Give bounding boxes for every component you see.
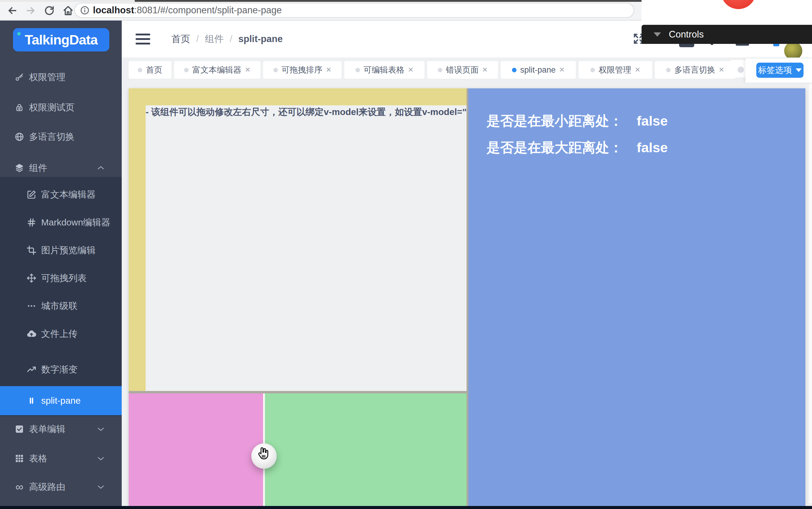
sidebar-item-split-pane[interactable]: split-pane — [0, 386, 122, 415]
infinity-icon: ∞ — [14, 481, 25, 493]
hand-cursor-icon — [255, 446, 271, 462]
split-pane-horizontal-divider[interactable] — [129, 391, 466, 394]
trending-up-icon — [26, 364, 37, 375]
window-edge-left — [0, 0, 135, 2]
sidebar-item-markdown-editor[interactable]: Markdown编辑器 — [0, 209, 122, 236]
nested-split-left-pane — [129, 394, 263, 506]
nested-split-right-pane — [265, 394, 466, 506]
sidebar-collapse-button[interactable] — [136, 34, 150, 44]
controls-panel-preview — [642, 0, 812, 25]
sidebar-submenu-components: 富文本编辑器 Markdown编辑器 图片预览编辑 可拖拽列表 — [0, 177, 122, 416]
sidebar-item-file-upload[interactable]: 文件上传 — [0, 320, 122, 347]
layers-icon — [14, 163, 25, 173]
crop-icon — [26, 245, 37, 256]
close-icon[interactable]: × — [408, 65, 414, 74]
home-button[interactable] — [62, 4, 74, 17]
sidebar-item-language-switch[interactable]: 多语言切换 — [0, 128, 122, 146]
scrollbar-track[interactable] — [809, 84, 812, 503]
sidebar-item-draggable-list[interactable]: 可拖拽列表 — [0, 265, 122, 292]
table-icon — [14, 453, 25, 464]
sidebar-item-form-edit[interactable]: 表单编辑 — [0, 420, 122, 438]
status-line: 是否是在最小距离处： false — [487, 108, 805, 134]
split-pane-left-doc: - 该组件可以拖动修改左右尺寸，还可以绑定v-model来设置，如设置v-mod… — [129, 88, 466, 391]
forward-button[interactable] — [24, 4, 37, 17]
main-area: 首页 富文本编辑器 × 可拖拽排序 × 可编辑表格 × 错误页面 × — [122, 58, 812, 506]
tab-dot — [666, 68, 671, 72]
cloud-upload-icon — [26, 328, 37, 339]
chevron-down-icon — [96, 425, 105, 434]
tab-partial[interactable] — [730, 60, 745, 77]
sidebar-item-components[interactable]: 组件 — [0, 159, 122, 177]
tab-error-page[interactable]: 错误页面 × — [427, 61, 498, 79]
back-icon — [7, 5, 18, 16]
tab-dot — [590, 68, 595, 72]
close-icon[interactable]: × — [482, 65, 488, 74]
chevron-down-icon — [96, 454, 105, 463]
back-button[interactable] — [6, 4, 19, 17]
collapse-caret-icon — [654, 32, 661, 37]
breadcrumb-components: 组件 — [205, 33, 224, 45]
sidebar-item-permission-management[interactable]: 权限管理 — [0, 68, 122, 86]
globe-icon — [14, 131, 25, 142]
logo-dot-icon — [17, 32, 21, 35]
tag-options-button[interactable]: 标签选项 — [756, 63, 804, 78]
tab-drag-sort[interactable]: 可拖拽排序 × — [263, 61, 342, 79]
chevron-down-icon — [96, 482, 105, 491]
refresh-button[interactable] — [43, 4, 56, 17]
refresh-icon — [43, 5, 55, 16]
split-pane-right-status: 是否是在最小距离处： false 是否是在最大距离处： false — [468, 88, 805, 506]
controls-panel-header[interactable]: Controls — [642, 25, 812, 44]
tab-dot — [738, 67, 744, 73]
breadcrumb: 首页 / 组件 / split-pane — [171, 21, 283, 58]
tab-editable-table[interactable]: 可编辑表格 × — [344, 61, 424, 79]
tab-dot-active — [512, 68, 517, 72]
tab-bar: 首页 富文本编辑器 × 可拖拽排序 × 可编辑表格 × 错误页面 × — [129, 61, 736, 79]
move-icon — [26, 273, 37, 283]
sidebar-item-number-gradient[interactable]: 数字渐变 — [0, 356, 122, 383]
tab-rich-text-editor[interactable]: 富文本编辑器 × — [174, 61, 260, 79]
tab-dot — [184, 68, 189, 72]
bottom-edge-strip — [0, 506, 812, 509]
tab-home[interactable]: 首页 — [129, 61, 171, 79]
pause-icon — [26, 395, 37, 406]
tab-dot — [138, 68, 142, 72]
forward-icon — [25, 5, 36, 16]
address-bar[interactable]: localhost:8081/#/component/split-pane-pa… — [74, 3, 634, 18]
site-info-icon[interactable] — [79, 5, 90, 15]
sidebar-item-table[interactable]: 表格 — [0, 449, 122, 468]
edit-icon — [26, 189, 37, 200]
logo[interactable]: TalkingData — [13, 28, 109, 52]
tab-permission-management[interactable]: 权限管理 × — [579, 61, 652, 79]
close-icon[interactable]: × — [326, 65, 331, 74]
tab-split-pane[interactable]: split-pane × — [501, 61, 576, 79]
breadcrumb-current: split-pane — [238, 34, 283, 44]
tab-dot — [273, 68, 278, 72]
key-icon — [14, 72, 25, 82]
screen: localhost:8081/#/component/split-pane-pa… — [0, 0, 812, 509]
caret-down-icon — [795, 68, 802, 72]
ellipsis-icon — [26, 301, 37, 311]
close-icon[interactable]: × — [719, 65, 724, 74]
avatar[interactable] — [784, 42, 802, 60]
sidebar-item-city-cascade[interactable]: 城市级联 — [0, 292, 122, 319]
red-circle-graphic — [721, 0, 756, 9]
close-icon[interactable]: × — [245, 65, 250, 74]
close-icon[interactable]: × — [559, 65, 565, 74]
doc-line: - 该组件可以拖动修改左右尺寸，还可以绑定v-model来设置，如设置v-mod… — [145, 105, 466, 391]
status-line: 是否是在最大距离处： false — [487, 134, 805, 161]
sidebar-item-permission-test[interactable]: 权限测试页 — [0, 98, 122, 116]
controls-panel-title: Controls — [669, 29, 704, 40]
checkbox-icon — [14, 424, 25, 435]
sidebar: TalkingData 权限管理 权限测试页 多语言切换 组件 — [0, 21, 122, 506]
tag-options-panel: 标签选项 — [745, 58, 812, 82]
split-pane-trigger-handle[interactable] — [251, 443, 277, 469]
tab-language-switch[interactable]: 多语言切换 × — [655, 61, 736, 79]
home-icon — [62, 4, 74, 16]
close-icon[interactable]: × — [635, 65, 640, 74]
sidebar-item-rich-text-editor[interactable]: 富文本编辑器 — [0, 181, 122, 208]
split-pane-demo: - 该组件可以拖动修改左右尺寸，还可以绑定v-model来设置，如设置v-mod… — [129, 88, 805, 506]
sidebar-item-image-preview-edit[interactable]: 图片预览编辑 — [0, 237, 122, 264]
sidebar-item-advanced-routing[interactable]: ∞ 高级路由 — [0, 478, 122, 496]
breadcrumb-home[interactable]: 首页 — [171, 33, 190, 45]
chevron-up-icon — [96, 163, 105, 172]
